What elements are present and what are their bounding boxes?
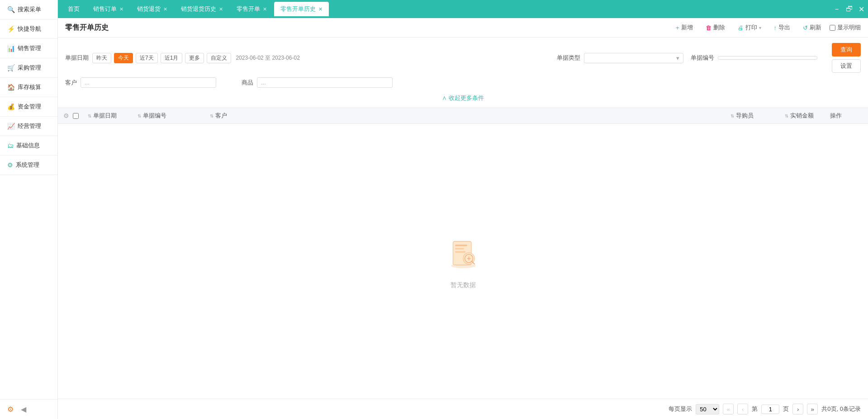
tab-retail-history-close[interactable]: ✕ — [318, 6, 323, 12]
print-button[interactable]: 🖨 打印 ▾ — [733, 22, 766, 33]
delete-icon: 🗑 — [706, 24, 711, 31]
per-page-label: 每页显示 — [669, 405, 692, 413]
col-customer-sort-icon[interactable]: ⇅ — [210, 113, 213, 118]
tab-sales-return-history-close[interactable]: ✕ — [219, 6, 223, 12]
tab-retail-history-label: 零售开单历史 — [280, 5, 316, 13]
export-icon: ↑ — [774, 24, 777, 31]
tab-retail-open[interactable]: 零售开单 ✕ — [230, 2, 273, 16]
date-quick-group: 昨天 今天 近7天 近1月 更多 自定义 2023-06-02 至 2023-0… — [92, 53, 300, 63]
sidebar-item-quick-nav[interactable]: ⚡ 快捷导航 — [0, 19, 57, 39]
tab-sales-order[interactable]: 销售订单 ✕ — [87, 2, 130, 16]
total-info: 共0页, 0条记录 — [821, 405, 861, 413]
page-label: 页 — [783, 405, 789, 413]
filter-product-field: 商品 ... — [242, 77, 393, 88]
collapse-filter-btn[interactable]: ∧ 收起更多条件 — [65, 92, 861, 104]
window-restore-button[interactable]: 🗗 — [846, 5, 853, 13]
table-settings-icon[interactable]: ⚙ — [63, 112, 69, 119]
col-amount-sort-icon[interactable]: ⇅ — [785, 113, 788, 118]
finance-icon: 💰 — [7, 103, 15, 110]
date-7days-btn[interactable]: 近7天 — [136, 53, 158, 63]
filter-customer-input[interactable]: ... — [81, 77, 216, 88]
date-custom-btn[interactable]: 自定义 — [207, 53, 231, 63]
col-guide-label: 导购员 — [736, 112, 754, 120]
col-action-header: 操作 — [826, 112, 863, 120]
filter-product-input[interactable]: ... — [257, 77, 393, 88]
col-action-label: 操作 — [830, 112, 842, 120]
filter-customer-label: 客户 — [65, 79, 77, 87]
col-num-label: 单据编号 — [143, 112, 166, 120]
inventory-icon: 🏠 — [7, 84, 15, 91]
last-page-btn[interactable]: » — [807, 404, 818, 414]
gear-button[interactable]: ⚙ — [7, 405, 14, 414]
settings-button[interactable]: 设置 — [832, 59, 861, 73]
sidebar: 🔍 搜索采单 ⚡ 快捷导航 📊 销售管理 🛒 采购管理 🏠 库存核算 💰 资金管… — [0, 0, 58, 419]
date-more-btn[interactable]: 更多 — [185, 53, 204, 63]
col-guide-sort-icon[interactable]: ⇅ — [730, 113, 734, 118]
window-minimize-button[interactable]: － — [833, 5, 840, 14]
date-yesterday-btn[interactable]: 昨天 — [92, 53, 111, 63]
basic-info-icon: 🗂 — [7, 142, 14, 149]
filter-num-input[interactable] — [718, 56, 817, 60]
next-page-btn[interactable]: › — [792, 404, 803, 414]
empty-state: 暂无数据 — [58, 124, 868, 399]
tab-retail-open-close[interactable]: ✕ — [263, 6, 267, 12]
sidebar-item-label: 销售管理 — [18, 44, 41, 52]
export-button[interactable]: ↑ 导出 — [769, 22, 795, 33]
sidebar-search-label: 搜索采单 — [18, 5, 41, 14]
col-date-sort-icon[interactable]: ⇅ — [88, 113, 91, 118]
show-detail-input[interactable] — [830, 25, 835, 31]
tab-retail-history[interactable]: 零售开单历史 ✕ — [274, 2, 329, 16]
date-today-btn[interactable]: 今天 — [114, 53, 133, 63]
sidebar-item-sales-mgmt[interactable]: 📊 销售管理 — [0, 39, 57, 58]
empty-icon — [443, 233, 484, 274]
query-button[interactable]: 查询 — [832, 43, 861, 56]
tab-sales-return-close[interactable]: ✕ — [163, 6, 167, 12]
first-page-btn[interactable]: « — [723, 404, 734, 414]
page-prefix: 第 — [752, 405, 758, 413]
sidebar-item-system[interactable]: ⚙ 系统管理 — [0, 155, 57, 175]
tab-sales-return-history[interactable]: 销货退货历史 ✕ — [175, 2, 229, 16]
sidebar-item-purchase-mgmt[interactable]: 🛒 采购管理 — [0, 58, 57, 78]
operations-icon: 📈 — [7, 122, 15, 130]
col-num-sort-icon[interactable]: ⇅ — [138, 113, 141, 118]
tab-home[interactable]: 首页 — [62, 2, 86, 16]
show-detail-checkbox[interactable]: 显示明细 — [830, 24, 861, 32]
toolbar-actions: + 新增 🗑 删除 🖨 打印 ▾ ↑ 导出 ↺ 刷新 显示明细 — [671, 22, 861, 33]
sidebar-item-label: 经营管理 — [18, 122, 41, 130]
show-detail-label: 显示明细 — [837, 24, 861, 32]
sidebar-item-label: 基础信息 — [16, 141, 40, 150]
tab-sales-order-close[interactable]: ✕ — [119, 6, 123, 12]
refresh-button[interactable]: ↺ 刷新 — [798, 22, 826, 33]
select-all-checkbox[interactable] — [73, 113, 79, 119]
tab-sales-return[interactable]: 销货退货 ✕ — [131, 2, 174, 16]
tab-sales-order-label: 销售订单 — [93, 5, 117, 13]
delete-button[interactable]: 🗑 删除 — [701, 22, 730, 33]
tab-retail-open-label: 零售开单 — [237, 5, 260, 13]
filter-num-label: 单据编号 — [691, 54, 714, 62]
sidebar-item-basic-info[interactable]: 🗂 基础信息 — [0, 136, 57, 155]
tab-bar: 首页 销售订单 ✕ 销货退货 ✕ 销货退货历史 ✕ 零售开单 ✕ 零售开单历史 … — [58, 0, 868, 18]
date-1month-btn[interactable]: 近1月 — [161, 53, 183, 63]
sidebar-item-inventory[interactable]: 🏠 库存核算 — [0, 78, 57, 97]
refresh-icon: ↺ — [803, 24, 808, 31]
col-amount-header: ⇅ 实销金额 — [781, 112, 826, 120]
page-input[interactable] — [761, 405, 779, 414]
main-area: 首页 销售订单 ✕ 销货退货 ✕ 销货退货历史 ✕ 零售开单 ✕ 零售开单历史 … — [58, 0, 868, 419]
window-close-button[interactable]: ✕ — [859, 5, 864, 14]
page-size-select[interactable]: 50 10 20 100 — [696, 404, 719, 414]
prev-page-btn[interactable]: ‹ — [737, 404, 748, 414]
sidebar-item-finance[interactable]: 💰 资金管理 — [0, 97, 57, 117]
sidebar-item-label: 资金管理 — [18, 103, 41, 111]
filter-type-chevron: ▾ — [676, 55, 679, 61]
col-customer-header: ⇅ 客户 — [206, 112, 727, 120]
quick-nav-icon: ⚡ — [7, 25, 15, 33]
add-label: 新增 — [681, 24, 693, 32]
col-amount-label: 实销金额 — [790, 112, 814, 120]
sidebar-search[interactable]: 🔍 搜索采单 — [0, 0, 57, 19]
add-button[interactable]: + 新增 — [671, 22, 697, 33]
filter-type-select[interactable]: ▾ — [584, 53, 683, 63]
sidebar-item-operations[interactable]: 📈 经营管理 — [0, 117, 57, 136]
table-header: ⚙ ⇅ 单据日期 ⇅ 单据编号 ⇅ 客户 ⇅ 导购员 ⇅ 实销金额 — [58, 108, 868, 124]
collapse-sidebar-button[interactable]: ◀ — [21, 405, 26, 414]
export-label: 导出 — [778, 24, 790, 32]
